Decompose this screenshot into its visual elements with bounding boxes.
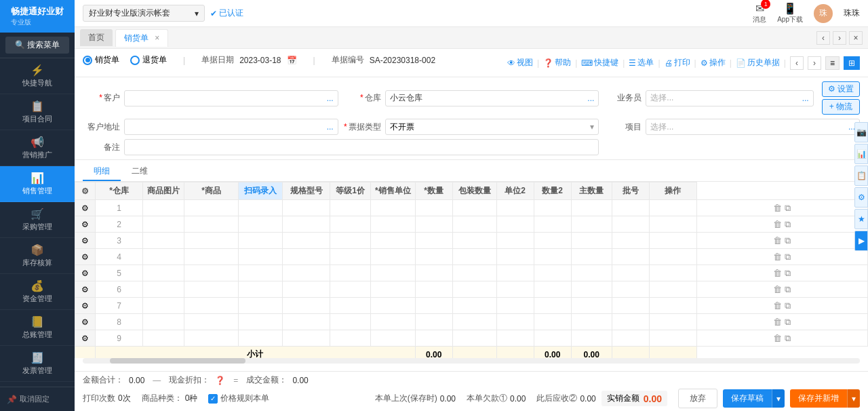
row-saleunit-cell[interactable]	[415, 216, 452, 233]
row-saleunit-cell[interactable]	[415, 200, 452, 216]
row-import-cell[interactable]	[283, 330, 330, 347]
right-panel-btn-active[interactable]: ▶	[854, 231, 868, 251]
table-row[interactable]: ⚙ 8 🗑 ⧉	[75, 314, 868, 330]
row-saleunit-cell[interactable]	[415, 298, 452, 314]
table-row[interactable]: ⚙ 2 🗑 ⧉	[75, 216, 868, 233]
table-row[interactable]: ⚙ 1 🗑 ⧉	[75, 200, 868, 216]
row-delete-button[interactable]: 🗑	[773, 317, 782, 328]
sidebar-item-invoice[interactable]: 🧾 发票管理	[0, 346, 75, 382]
row-settings-cell[interactable]: ⚙	[75, 298, 96, 314]
table-scrollbar-thumb[interactable]	[110, 358, 245, 364]
right-panel-btn-5[interactable]: ★	[854, 209, 868, 229]
sidebar-item-purchase[interactable]: 🛒 采购管理	[0, 202, 75, 238]
row-copy-button[interactable]: ⧉	[785, 284, 791, 295]
row-delete-button[interactable]: 🗑	[773, 235, 782, 246]
row-qty-cell[interactable]	[452, 249, 496, 265]
row-product-cell[interactable]	[239, 216, 283, 233]
tab-close-icon[interactable]: ×	[155, 33, 159, 43]
row-qty-cell[interactable]	[452, 314, 496, 330]
tab-prev-button[interactable]: ‹	[816, 31, 830, 45]
customer-input[interactable]: ...	[124, 90, 338, 106]
row-delete-button[interactable]: 🗑	[773, 203, 782, 214]
sidebar-item-tax[interactable]: 📑 税务管理	[0, 382, 75, 387]
row-saleunit-cell[interactable]	[415, 233, 452, 249]
sidebar-item-project[interactable]: 📋 项目合同	[0, 94, 75, 130]
sidebar-item-marketing[interactable]: 📢 营销推广	[0, 130, 75, 166]
address-dots[interactable]: ...	[327, 122, 334, 132]
row-product-cell[interactable]	[239, 281, 283, 298]
row-import-cell[interactable]	[283, 233, 330, 249]
row-warehouse-cell[interactable]	[143, 265, 184, 281]
row-delete-button[interactable]: 🗑	[773, 219, 782, 230]
row-warehouse-cell[interactable]	[143, 281, 184, 298]
row-warehouse-cell[interactable]	[143, 314, 184, 330]
shortcut-button[interactable]: ⌨ 快捷键	[581, 57, 618, 68]
row-import-cell[interactable]	[283, 200, 330, 216]
address-input[interactable]: ...	[124, 119, 338, 135]
row-warehouse-cell[interactable]	[143, 330, 184, 347]
price-check-checkbox[interactable]: ✓	[208, 394, 218, 404]
row-delete-button[interactable]: 🗑	[773, 284, 782, 295]
row-qty-cell[interactable]	[452, 265, 496, 281]
table-row[interactable]: ⚙ 3 🗑 ⧉	[75, 233, 868, 249]
table-scrollbar[interactable]	[83, 358, 860, 364]
price-check-item[interactable]: ✓ 价格规则本单	[208, 393, 269, 404]
setup-button[interactable]: ⚙ 设置	[822, 81, 860, 97]
row-copy-button[interactable]: ⧉	[785, 203, 791, 214]
grid-view-button[interactable]: ⊞	[844, 56, 860, 70]
row-import-cell[interactable]	[283, 314, 330, 330]
row-product-cell[interactable]	[239, 265, 283, 281]
row-delete-button[interactable]: 🗑	[773, 268, 782, 279]
row-delete-button[interactable]: 🗑	[773, 300, 782, 311]
row-warehouse-cell[interactable]	[143, 216, 184, 233]
doc-next-button[interactable]: ›	[808, 56, 821, 70]
save-new-button[interactable]: 保存并新增	[790, 389, 847, 408]
right-panel-btn-2[interactable]: 📊	[854, 144, 868, 164]
row-product-cell[interactable]	[239, 298, 283, 314]
calendar-icon[interactable]: 📅	[287, 56, 297, 65]
row-saleunit-cell[interactable]	[415, 314, 452, 330]
row-qty-cell[interactable]	[452, 281, 496, 298]
operate-button[interactable]: ⚙ 操作	[701, 57, 726, 68]
row-settings-cell[interactable]: ⚙	[75, 330, 96, 347]
row-copy-button[interactable]: ⧉	[785, 333, 791, 344]
row-qty-cell[interactable]	[452, 330, 496, 347]
row-warehouse-cell[interactable]	[143, 233, 184, 249]
row-product-cell[interactable]	[239, 233, 283, 249]
sidebar-item-sales[interactable]: 📊 销售管理	[0, 166, 75, 202]
row-settings-cell[interactable]: ⚙	[75, 233, 96, 249]
save-new-arrow-button[interactable]: ▾	[847, 389, 860, 408]
cancel-fixed-button[interactable]: 📌 取消固定	[4, 391, 71, 407]
table-row[interactable]: ⚙ 7 🗑 ⧉	[75, 298, 868, 314]
row-import-cell[interactable]	[283, 249, 330, 265]
discount-help-icon[interactable]: ❓	[215, 376, 225, 385]
help-button[interactable]: ❓ 帮助	[543, 57, 571, 68]
row-product-cell[interactable]	[239, 249, 283, 265]
row-import-cell[interactable]	[283, 298, 330, 314]
right-panel-btn-4[interactable]: ⚙	[854, 187, 868, 208]
right-panel-btn-3[interactable]: 📋	[854, 165, 868, 186]
row-saleunit-cell[interactable]	[415, 265, 452, 281]
table-row[interactable]: ⚙ 9 🗑 ⧉	[75, 330, 868, 347]
row-product-cell[interactable]	[239, 200, 283, 216]
warehouse-dots[interactable]: ...	[587, 94, 594, 103]
row-settings-cell[interactable]: ⚙	[75, 281, 96, 298]
save-draft-arrow-button[interactable]: ▾	[772, 389, 785, 408]
tab-sales-order[interactable]: 销货单 ×	[115, 29, 168, 47]
project-input[interactable]: 选择... ...	[646, 119, 860, 135]
row-import-cell[interactable]	[283, 265, 330, 281]
memo-input[interactable]	[124, 139, 599, 155]
row-copy-button[interactable]: ⧉	[785, 317, 791, 328]
doc-prev-button[interactable]: ‹	[790, 56, 804, 70]
print-button[interactable]: 🖨 打印	[665, 57, 690, 68]
row-settings-cell[interactable]: ⚙	[75, 216, 96, 233]
view-button[interactable]: 👁 视图	[507, 57, 533, 68]
tab-2d[interactable]: 二维	[121, 163, 159, 181]
salesperson-input[interactable]: 选择... ...	[646, 90, 813, 106]
row-copy-button[interactable]: ⧉	[785, 252, 791, 262]
username[interactable]: 珠珠	[844, 7, 860, 19]
row-saleunit-cell[interactable]	[415, 249, 452, 265]
add-logistics-button[interactable]: + 物流	[822, 99, 860, 115]
row-copy-button[interactable]: ⧉	[785, 235, 791, 246]
sidebar-item-finance[interactable]: 💰 资金管理	[0, 274, 75, 310]
